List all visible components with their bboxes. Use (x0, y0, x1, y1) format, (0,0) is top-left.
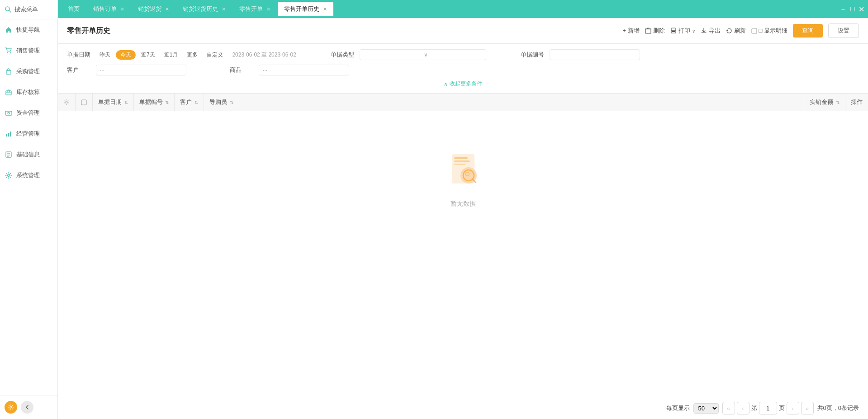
gear-button[interactable] (5, 401, 17, 414)
th-no[interactable]: 单据编号 ⇅ (133, 94, 175, 111)
tab-retail-open-history-close[interactable]: ✕ (323, 6, 327, 12)
goods-input[interactable]: ··· (259, 65, 349, 75)
sidebar-item-jingying[interactable]: 经营管理 (0, 123, 57, 144)
delete-label: 删除 (653, 27, 665, 35)
last-page-button[interactable]: » (801, 402, 814, 414)
sidebar-search-label: 搜索采单 (14, 5, 38, 14)
th-amount[interactable]: 实销金额 ⇅ (804, 94, 845, 111)
prev-page-button[interactable]: ‹ (737, 402, 749, 414)
export-label: 导出 (709, 27, 721, 35)
doctype-select[interactable]: ∨ (360, 49, 486, 60)
date-today[interactable]: 今天 (116, 50, 136, 60)
sidebar-item-xitong[interactable]: 系统管理 (0, 165, 57, 186)
svg-rect-5 (6, 91, 11, 95)
new-button[interactable]: + + 新增 (617, 27, 640, 35)
sidebar-item-zijin[interactable]: 资金管理 (0, 103, 57, 123)
query-button[interactable]: 查询 (793, 24, 823, 38)
sidebar-item-xiaoshou[interactable]: 销售管理 (0, 40, 57, 61)
svg-point-3 (10, 52, 11, 53)
box-icon (5, 88, 13, 96)
svg-point-15 (8, 174, 10, 177)
tab-retail-open-history[interactable]: 零售开单历史 ✕ (278, 2, 333, 16)
close-window-button[interactable]: ✕ (859, 5, 864, 14)
date-more[interactable]: 更多 (183, 50, 201, 60)
customer-input[interactable]: ··· (96, 65, 186, 75)
th-gear[interactable] (58, 94, 76, 111)
maximize-button[interactable]: □ (850, 5, 855, 13)
svg-rect-8 (6, 134, 7, 137)
chart-icon (5, 130, 13, 138)
sort-icon-amount: ⇅ (836, 100, 840, 105)
display-detail-label: □ 显示明细 (759, 27, 787, 35)
page-nav: « ‹ 第 页 › » (722, 402, 814, 414)
home-icon (5, 26, 13, 34)
tab-bar: 首页 销售订单 ✕ 销货退货 ✕ 销货退货历史 ✕ 零售开单 ✕ 零售开单历史 … (58, 0, 868, 18)
th-guide[interactable]: 导购员 ⇅ (204, 94, 239, 111)
tab-home-label: 首页 (68, 5, 80, 13)
settings-button[interactable]: 设置 (828, 24, 859, 38)
sidebar-item-kucun[interactable]: 库存核算 (0, 82, 57, 103)
minimize-button[interactable]: － (840, 5, 847, 14)
sidebar-item-label: 经营管理 (16, 130, 40, 138)
refresh-button[interactable]: 刷新 (726, 27, 746, 35)
sidebar-search[interactable]: 搜索采单 (0, 0, 57, 19)
export-button[interactable]: 导出 (701, 27, 721, 35)
display-detail-button[interactable]: □ 显示明细 (751, 27, 787, 35)
docno-input[interactable] (550, 49, 640, 60)
sidebar-item-caigou[interactable]: 采购管理 (0, 61, 57, 82)
svg-rect-26 (454, 157, 468, 159)
tab-sales-return-history-close[interactable]: ✕ (222, 6, 226, 12)
cart-icon (5, 47, 13, 55)
settings-icon (5, 171, 13, 179)
th-date[interactable]: 单据日期 ⇅ (93, 94, 134, 111)
tab-sales-order[interactable]: 销售订单 ✕ (87, 2, 131, 16)
th-customer[interactable]: 客户 ⇅ (175, 94, 204, 111)
svg-point-0 (5, 7, 9, 11)
tab-retail-open[interactable]: 零售开单 ✕ (233, 2, 277, 16)
data-table: 单据日期 ⇅ 单据编号 ⇅ 客户 ⇅ 导购员 ⇅ (58, 94, 868, 244)
svg-rect-21 (672, 31, 675, 32)
sidebar-collapse-button[interactable] (21, 401, 33, 414)
sidebar-item-kuaijie[interactable]: 快捷导航 (0, 19, 57, 40)
delete-button[interactable]: 删除 (645, 27, 665, 35)
th-checkbox[interactable] (76, 94, 93, 111)
tab-sales-return-close[interactable]: ✕ (165, 6, 169, 12)
sort-icon-no: ⇅ (165, 100, 169, 105)
sidebar-item-jichu[interactable]: 基础信息 (0, 144, 57, 165)
page-title: 零售开单历史 (67, 26, 110, 41)
collapse-filter-icon: ∧ (444, 81, 448, 87)
collapse-filter-button[interactable]: ∧ 收起更多条件 (67, 80, 859, 88)
date-yesterday[interactable]: 昨天 (96, 50, 114, 60)
filter-goods-group: 商品 ··· (230, 65, 349, 75)
th-guide-label: 导购员 (209, 99, 227, 105)
svg-rect-19 (672, 28, 675, 30)
refresh-label: 刷新 (734, 27, 746, 35)
customer-label: 客户 (67, 66, 92, 74)
collapse-filter-label: 收起更多条件 (450, 80, 482, 88)
page-input[interactable] (759, 402, 777, 414)
first-page-button[interactable]: « (722, 402, 735, 414)
page-size-select[interactable]: 50 10 20 100 (693, 403, 719, 414)
page-label: 第 (751, 404, 757, 412)
checkbox-icon (751, 28, 757, 34)
content-header: 零售开单历史 + + 新增 删除 打印 ∨ (58, 18, 868, 44)
date-buttons: 昨天 今天 近7天 近1月 更多 自定义 2023-06-02 至 2023-0… (96, 50, 296, 60)
tab-retail-open-close[interactable]: ✕ (266, 6, 270, 12)
tab-sales-return-history[interactable]: 销货退货历史 ✕ (176, 2, 232, 16)
sidebar-item-label: 库存核算 (16, 88, 40, 96)
svg-rect-22 (752, 28, 757, 33)
tab-home[interactable]: 首页 (62, 2, 86, 16)
export-icon (701, 28, 707, 34)
new-label: + 新增 (622, 27, 639, 35)
goods-dots: ··· (263, 67, 267, 73)
date-last7[interactable]: 近7天 (138, 50, 159, 60)
next-page-button[interactable]: › (787, 402, 799, 414)
tab-sales-return[interactable]: 销货退货 ✕ (132, 2, 175, 16)
tab-sales-order-close[interactable]: ✕ (120, 6, 124, 12)
print-button[interactable]: 打印 ∨ (670, 27, 695, 35)
sidebar-item-label: 系统管理 (16, 171, 40, 179)
svg-line-1 (9, 11, 11, 13)
date-last1m[interactable]: 近1月 (161, 50, 182, 60)
filter-customer-group: 客户 ··· (67, 65, 186, 75)
date-custom[interactable]: 自定义 (203, 50, 227, 60)
